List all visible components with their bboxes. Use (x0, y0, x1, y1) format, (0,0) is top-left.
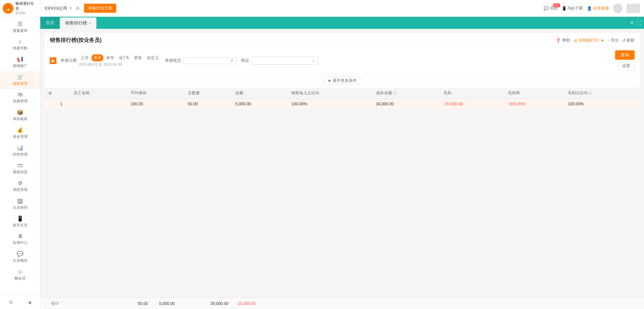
sidebar-item-label: 库存核算 (13, 116, 28, 121)
th-rank (56, 88, 70, 99)
sidebar-item-label: 企业协同 (13, 205, 28, 210)
sidebar-item-inventory[interactable]: 📦 库存核算 (0, 106, 40, 124)
date-tab-prev-month[interactable]: 上月 (79, 54, 91, 61)
app-icon: 📱 (562, 6, 567, 11)
date-tab-7days[interactable]: 近7天 (117, 54, 131, 61)
topbar: XXXXX公司 ▼ ⚙ 体验行业方案 💬 消息 99+ 📱 App下载 👤 在线… (40, 0, 644, 17)
sidebar-item-system[interactable]: ⚙ 系统管理 (0, 177, 40, 195)
goods-filter-group: 商品 ··· (241, 57, 318, 65)
goods-select[interactable]: ··· (251, 57, 318, 65)
sidebar-item-marketing[interactable]: 📢 营销推广 (0, 53, 40, 71)
purchase-icon: 🛍 (17, 92, 23, 98)
sidebar-item-enterprise[interactable]: 🏢 企业协同 (0, 195, 40, 213)
tabbar-right: ✕ ⛶ (630, 20, 644, 25)
sidebar: 🔥 畅康通好生意 标准版 ☰ 搜索菜单 ⌂ 快捷导航 📢 营销推广 🛒 销售管理 (0, 0, 40, 309)
sidebar-item-label: 营销推广 (13, 63, 28, 68)
query-button[interactable]: 查询 (615, 50, 635, 60)
sidebar-item-sales[interactable]: 🛒 销售管理 (0, 71, 40, 89)
service-label: 在线客服 (593, 5, 609, 11)
footer-total: 5,000.00 (152, 301, 179, 306)
tab-sales-ranking[interactable]: 销售排行榜 × (60, 17, 96, 29)
sidebar-item-search[interactable]: ☰ 搜索菜单 (0, 18, 40, 36)
app-download-button[interactable]: 📱 App下载 (562, 5, 583, 11)
sidebar-item-label: 基础信息 (13, 169, 28, 174)
template-print-button[interactable]: 🖨 按模板打印 ▼ (573, 38, 604, 43)
sidebar-item-label: 资金管理 (13, 134, 28, 139)
table-header-row: ⚙ 员工名称 平均单价 主数量 全额 销售收入占比% 成本全额 ⓘ 毛利 毛利率 (44, 88, 640, 99)
table-body: 1 100.00 50.00 5,000.00 100.00% 30,000.0… (44, 99, 640, 109)
template-print-label: 按模板打印 (579, 38, 599, 43)
tab-close-icon[interactable]: × (89, 21, 91, 25)
table-footer: 合计 50.00 5,000.00 30,000.00 -25,000.00 (40, 298, 644, 309)
date-tab-current-month[interactable]: 本月 (91, 54, 103, 61)
sidebar-item-base-info[interactable]: 🗃 基础信息 (0, 160, 40, 177)
th-gross: 毛利 (439, 88, 504, 99)
row-main-qty: 50.00 (184, 99, 231, 109)
row-gross: -25,000.00 (439, 99, 504, 109)
help-icon: ❓ (556, 38, 561, 43)
sidebar-item-member[interactable]: ◇ 畅会员 (0, 266, 40, 284)
print-dropdown-arrow: ▼ (600, 38, 604, 43)
goods-filter-label: 商品 (241, 58, 249, 63)
sidebar-bottom: ⚙ ◀ (0, 295, 40, 309)
export-button[interactable]: ↑ 导出 (608, 38, 619, 43)
sales-icon: 🛒 (17, 74, 24, 80)
tab-home[interactable]: 首页 (40, 17, 60, 29)
member-icon: ◇ (18, 268, 22, 275)
user-avatar[interactable] (613, 4, 622, 13)
sidebar-item-guide[interactable]: 📱 新手引导 (0, 213, 40, 230)
search-menu-icon: ☰ (18, 21, 23, 27)
filter-expand-btn[interactable]: ▶ (50, 57, 56, 64)
th-settings[interactable]: ⚙ (44, 88, 56, 99)
sidebar-item-operation[interactable]: 📊 经营管理 (0, 142, 40, 160)
sidebar-item-wechat[interactable]: 💬 企业微信 (0, 248, 40, 266)
company-selector[interactable]: XXXXX公司 ▼ (44, 5, 72, 11)
tab-close-window-icon[interactable]: ✕ (630, 20, 634, 25)
topbar-right: 💬 消息 99+ 📱 App下载 👤 在线客服 (544, 4, 640, 13)
guide-icon: 📱 (17, 215, 24, 222)
sidebar-collapse-btn[interactable]: ◀ (26, 298, 33, 306)
date-tab-more[interactable]: 更多 (132, 54, 144, 61)
status-select[interactable]: ▼ (183, 57, 237, 64)
table-header: ⚙ 员工名称 平均单价 主数量 全额 销售收入占比% 成本全额 ⓘ 毛利 毛利率 (44, 88, 640, 99)
th-cost-total: 成本全额 ⓘ (372, 88, 439, 99)
footer-total-label: 合计 (44, 301, 98, 306)
date-tab-custom[interactable]: 自定义 (145, 54, 161, 61)
date-tab-year[interactable]: 本年 (104, 54, 116, 61)
help-button[interactable]: ❓ 帮助 (556, 38, 570, 43)
trial-industry-button[interactable]: 体验行业方案 (84, 4, 116, 13)
refresh-icon: ↺ (622, 38, 626, 43)
status-dropdown-arrow: ▼ (230, 59, 234, 62)
expand-more-button[interactable]: ▼ 展开更多条件 (324, 76, 361, 85)
message-icon: 💬 (544, 6, 549, 11)
th-total: 全额 (231, 88, 287, 99)
app-center-icon: 🖥 (17, 233, 23, 239)
topbar-gear-icon[interactable]: ⚙ (76, 6, 80, 11)
row-gross-pct: 100.00% (564, 99, 640, 109)
row-sales-pct: 100.00% (287, 99, 372, 109)
refresh-button[interactable]: ↺ 刷新 (622, 38, 635, 43)
sidebar-settings-btn[interactable]: ⚙ (7, 298, 14, 306)
online-service-button[interactable]: 👤 在线客服 (587, 5, 609, 11)
tab-maximize-icon[interactable]: ⛶ (637, 20, 641, 25)
main-card: 销售排行榜(按业务员) ❓ 帮助 🖨 按模板打印 ▼ ↑ (44, 33, 640, 109)
inventory-icon: 📦 (17, 109, 24, 115)
row-avg-price: 100.00 (127, 99, 184, 109)
base-info-icon: 🗃 (17, 162, 23, 168)
setting-button[interactable]: 设置 (618, 61, 635, 71)
sidebar-item-finance[interactable]: 💰 资金管理 (0, 124, 40, 142)
th-gross-pct: 毛利占比% ⓘ (564, 88, 640, 99)
sidebar-item-quick-nav[interactable]: ⌂ 快捷导航 (0, 36, 40, 53)
footer-main-qty: 50.00 (125, 301, 152, 306)
status-filter-group: 单据状态 ▼ (165, 57, 237, 64)
footer-gross: -25,000.00 (232, 301, 260, 306)
message-button[interactable]: 💬 消息 99+ (544, 5, 558, 11)
sidebar-item-app-center[interactable]: 🖥 应用中心 (0, 230, 40, 248)
row-rank: 1 (56, 99, 70, 109)
table-wrapper: ⚙ 员工名称 平均单价 主数量 全额 销售收入占比% 成本全额 ⓘ 毛利 毛利率 (44, 88, 640, 109)
sidebar-item-purchase[interactable]: 🛍 采购管理 (0, 89, 40, 106)
row-settings (44, 99, 56, 109)
main-content: XXXXX公司 ▼ ⚙ 体验行业方案 💬 消息 99+ 📱 App下载 👤 在线… (40, 0, 644, 309)
sidebar-logo: 🔥 畅康通好生意 标准版 (0, 0, 40, 17)
status-filter-label: 单据状态 (165, 58, 181, 63)
